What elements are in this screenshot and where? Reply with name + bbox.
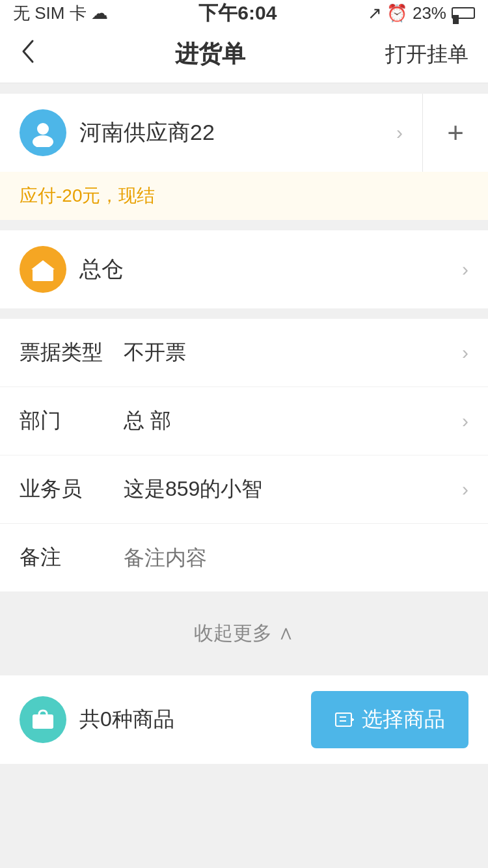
battery-icon: ↗ ⏰ (368, 3, 407, 23)
back-button[interactable] (20, 38, 35, 70)
warehouse-icon (20, 246, 66, 293)
department-label: 部门 (20, 407, 124, 435)
invoice-type-row[interactable]: 票据类型 不开票 › (0, 319, 488, 387)
form-section: 票据类型 不开票 › 部门 总 部 › 业务员 这是859的小智 › 备注 (0, 319, 488, 591)
page-title: 进货单 (175, 38, 245, 70)
chevron-right-icon: › (462, 410, 468, 432)
svg-marker-3 (31, 260, 55, 269)
nav-bar: 进货单 打开挂单 (0, 26, 488, 83)
svg-rect-6 (39, 720, 47, 721)
product-count: 共0种商品 (79, 705, 298, 734)
battery-level: 23% (413, 3, 446, 23)
status-time: 下午6:04 (198, 0, 277, 27)
status-right: ↗ ⏰ 23% (368, 3, 475, 23)
bottom-bar: 共0种商品 选择商品 (0, 675, 488, 764)
warehouse-name: 总仓 (79, 254, 462, 284)
select-product-button[interactable]: 选择商品 (311, 691, 468, 748)
warehouse-section[interactable]: 总仓 › (0, 230, 488, 308)
collapse-button[interactable]: 收起更多 ∧ (0, 602, 488, 665)
supplier-name: 河南供应商22 (79, 118, 396, 148)
battery-bar (452, 7, 475, 19)
chevron-right-icon: › (462, 258, 468, 280)
content-area: 河南供应商22 › + 应付-20元，现结 总仓 › 票据类型 不开票 › 部门… (0, 94, 488, 868)
status-bar: 无 SIM 卡 ☁ 下午6:04 ↗ ⏰ 23% (0, 0, 488, 26)
salesperson-value: 这是859的小智 (124, 475, 462, 504)
salesperson-label: 业务员 (20, 475, 124, 504)
department-row[interactable]: 部门 总 部 › (0, 387, 488, 455)
open-pending-button[interactable]: 打开挂单 (385, 40, 468, 69)
svg-rect-7 (336, 713, 351, 726)
signal-text: 无 SIM 卡 ☁ (13, 2, 108, 25)
chevron-right-icon: › (462, 478, 468, 500)
svg-rect-5 (33, 714, 53, 729)
svg-point-0 (37, 123, 49, 135)
page-background (0, 764, 488, 868)
invoice-type-value: 不开票 (124, 338, 462, 367)
status-left: 无 SIM 卡 ☁ (13, 2, 108, 25)
add-supplier-button[interactable]: + (423, 94, 488, 172)
product-icon (20, 696, 66, 743)
supplier-avatar (20, 109, 66, 156)
supplier-selector[interactable]: 河南供应商22 › (0, 94, 423, 172)
supplier-section: 河南供应商22 › + (0, 94, 488, 172)
remark-value[interactable] (124, 546, 468, 570)
chevron-right-icon: › (462, 342, 468, 364)
chevron-right-icon: › (396, 122, 403, 144)
select-product-label: 选择商品 (362, 705, 445, 734)
department-value: 总 部 (124, 407, 462, 435)
remark-label: 备注 (20, 543, 124, 572)
warning-banner: 应付-20元，现结 (0, 172, 488, 220)
remark-row[interactable]: 备注 (0, 524, 488, 591)
invoice-type-label: 票据类型 (20, 338, 124, 367)
remark-input[interactable] (124, 546, 468, 570)
svg-point-1 (33, 135, 53, 147)
salesperson-row[interactable]: 业务员 这是859的小智 › (0, 455, 488, 524)
select-product-icon (334, 709, 355, 730)
svg-rect-4 (40, 273, 46, 281)
